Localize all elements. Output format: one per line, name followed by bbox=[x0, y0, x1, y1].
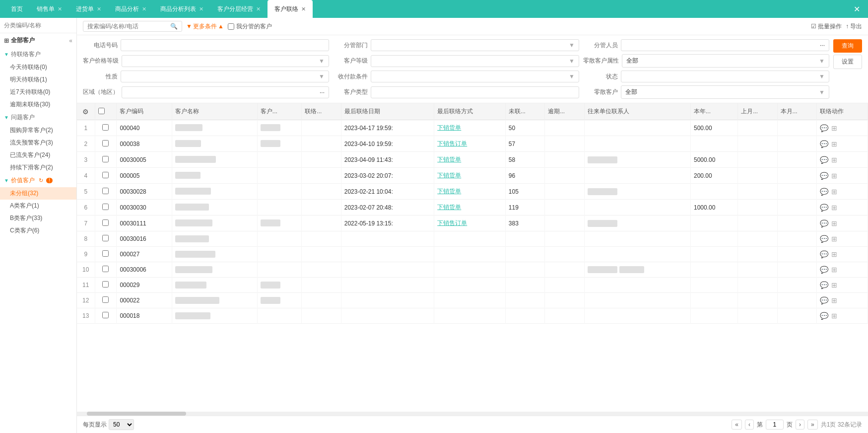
chat-icon[interactable]: 💬 bbox=[820, 219, 828, 227]
chat-icon[interactable]: 💬 bbox=[820, 281, 828, 289]
more-action-icon[interactable]: ⊞ bbox=[831, 219, 837, 227]
action-cell[interactable]: 💬⊞ bbox=[816, 278, 868, 293]
more-action-icon[interactable]: ⊞ bbox=[831, 250, 837, 258]
tab-customer-contact[interactable]: 客户联络 ✕ bbox=[267, 0, 313, 18]
row-checkbox-cell[interactable] bbox=[95, 136, 117, 152]
chat-icon[interactable]: 💬 bbox=[820, 188, 828, 196]
row-checkbox-cell[interactable] bbox=[95, 184, 117, 200]
row-checkbox-cell[interactable] bbox=[95, 231, 117, 247]
action-cell[interactable]: 💬⊞ bbox=[816, 184, 868, 200]
chat-icon[interactable]: 💬 bbox=[820, 204, 828, 212]
last-page-btn[interactable]: » bbox=[807, 420, 818, 430]
action-cell[interactable]: 💬⊞ bbox=[816, 120, 868, 136]
action-cell[interactable]: 💬⊞ bbox=[816, 231, 868, 247]
last-contact-type[interactable] bbox=[434, 231, 506, 247]
search-input[interactable] bbox=[87, 23, 170, 30]
sidebar-collapse-btn[interactable]: « bbox=[69, 37, 72, 44]
sidebar-item-hoarding-abnormal[interactable]: 囤购异常客户(2) bbox=[0, 124, 76, 137]
group-value-customers[interactable]: ▼ 价值客户 ↻ ! bbox=[0, 174, 76, 187]
row-checkbox-cell[interactable] bbox=[95, 293, 117, 308]
last-contact-type[interactable]: 下销货单 bbox=[434, 184, 506, 200]
refresh-icon[interactable]: ↻ bbox=[39, 177, 43, 184]
action-cell[interactable]: 💬⊞ bbox=[816, 308, 868, 324]
row-checkbox[interactable] bbox=[102, 312, 109, 318]
price-level-select[interactable]: ▼ bbox=[122, 55, 329, 67]
chat-icon[interactable]: 💬 bbox=[820, 140, 828, 148]
status-select[interactable]: ▼ bbox=[621, 71, 829, 82]
th-checkbox[interactable] bbox=[95, 103, 117, 120]
sidebar-item-churned[interactable]: 已流失客户(24) bbox=[0, 149, 76, 161]
contact-type-link[interactable]: 下销售订单 bbox=[437, 219, 467, 226]
batch-operation-btn[interactable]: ☑ 批量操作 bbox=[811, 22, 842, 31]
last-contact-type[interactable] bbox=[434, 278, 506, 293]
sidebar-search-input[interactable] bbox=[4, 22, 77, 29]
row-checkbox[interactable] bbox=[102, 281, 109, 288]
chat-icon[interactable]: 💬 bbox=[820, 296, 828, 304]
last-contact-type[interactable] bbox=[434, 247, 506, 262]
row-checkbox[interactable] bbox=[102, 156, 109, 162]
retail-customer-select[interactable]: 全部 ▼ bbox=[621, 85, 829, 99]
chat-icon[interactable]: 💬 bbox=[820, 235, 828, 243]
row-checkbox[interactable] bbox=[102, 188, 109, 194]
more-action-icon[interactable]: ⊞ bbox=[831, 188, 837, 196]
contact-type-link[interactable]: 下销货单 bbox=[437, 172, 461, 179]
last-contact-type[interactable] bbox=[434, 308, 506, 324]
contact-type-link[interactable]: 下销货单 bbox=[437, 156, 461, 163]
page-input[interactable] bbox=[766, 420, 784, 430]
th-settings[interactable]: ⚙ bbox=[77, 103, 95, 120]
last-contact-type[interactable]: 下销货单 bbox=[434, 120, 506, 136]
action-cell[interactable]: 💬⊞ bbox=[816, 247, 868, 262]
row-checkbox[interactable] bbox=[102, 296, 109, 303]
next-page-btn[interactable]: › bbox=[796, 420, 804, 430]
row-checkbox-cell[interactable] bbox=[95, 308, 117, 324]
row-checkbox[interactable] bbox=[102, 266, 109, 272]
row-checkbox[interactable] bbox=[102, 140, 109, 146]
contact-type-link[interactable]: 下销货单 bbox=[437, 204, 461, 211]
sidebar-item-today-contact[interactable]: 今天待联络(0) bbox=[0, 61, 76, 73]
scrollbar-thumb[interactable] bbox=[87, 412, 186, 416]
phone-input[interactable] bbox=[121, 39, 329, 51]
more-action-icon[interactable]: ⊞ bbox=[831, 124, 837, 132]
manager-input[interactable]: ··· bbox=[621, 39, 829, 51]
action-cell[interactable]: 💬⊞ bbox=[816, 200, 868, 216]
sidebar-item-overdue-contact[interactable]: 逾期未联络(30) bbox=[0, 98, 76, 111]
more-action-icon[interactable]: ⊞ bbox=[831, 204, 837, 212]
more-conditions-btn[interactable]: ▼ 更多条件 ▲ bbox=[186, 22, 224, 31]
sidebar-item-declining[interactable]: 持续下滑客户(2) bbox=[0, 161, 76, 174]
more-action-icon[interactable]: ⊞ bbox=[831, 156, 837, 164]
more-action-icon[interactable]: ⊞ bbox=[831, 281, 837, 289]
tab-close-sales-order[interactable]: ✕ bbox=[58, 6, 62, 12]
nature-select[interactable]: ▼ bbox=[121, 71, 329, 82]
page-size-select[interactable]: 50 10 20 100 bbox=[109, 419, 134, 430]
tab-product-analysis[interactable]: 商品分析 ✕ bbox=[108, 0, 153, 18]
my-customer-checkbox[interactable] bbox=[228, 23, 234, 30]
tab-close-customer-contact[interactable]: ✕ bbox=[301, 6, 306, 12]
action-cell[interactable]: 💬⊞ bbox=[816, 152, 868, 168]
more-action-icon[interactable]: ⊞ bbox=[831, 235, 837, 243]
chat-icon[interactable]: 💬 bbox=[820, 156, 828, 164]
row-checkbox-cell[interactable] bbox=[95, 247, 117, 262]
all-customers-header[interactable]: ⊞ 全部客户 « bbox=[0, 33, 76, 48]
chat-icon[interactable]: 💬 bbox=[820, 124, 828, 132]
chat-icon[interactable]: 💬 bbox=[820, 250, 828, 258]
last-contact-type[interactable]: 下销货单 bbox=[434, 200, 506, 216]
sidebar-item-churn-warning[interactable]: 流失预警客户(3) bbox=[0, 137, 76, 149]
query-button[interactable]: 查询 bbox=[833, 39, 862, 53]
horizontal-scrollbar[interactable] bbox=[77, 412, 868, 416]
customer-level-select[interactable]: ▼ bbox=[371, 55, 579, 67]
tab-product-analysis-list[interactable]: 商品分析列表 ✕ bbox=[153, 0, 210, 18]
retail-attr-select[interactable]: 全部 ▼ bbox=[622, 54, 829, 68]
my-customer-filter[interactable]: 我分管的客户 bbox=[228, 22, 272, 31]
last-contact-type[interactable] bbox=[434, 262, 506, 278]
more-action-icon[interactable]: ⊞ bbox=[831, 312, 837, 320]
more-action-icon[interactable]: ⊞ bbox=[831, 140, 837, 148]
contact-type-link[interactable]: 下销货单 bbox=[437, 124, 461, 131]
tab-close-product-analysis[interactable]: ✕ bbox=[142, 6, 146, 12]
contact-type-link[interactable]: 下销售订单 bbox=[437, 140, 467, 147]
sidebar-item-ungrouped[interactable]: 未分组(32) bbox=[0, 187, 76, 200]
row-checkbox-cell[interactable] bbox=[95, 278, 117, 293]
row-checkbox-cell[interactable] bbox=[95, 152, 117, 168]
tab-close-purchase-order[interactable]: ✕ bbox=[97, 6, 101, 12]
action-cell[interactable]: 💬⊞ bbox=[816, 262, 868, 278]
search-icon[interactable]: 🔍 bbox=[170, 23, 178, 30]
